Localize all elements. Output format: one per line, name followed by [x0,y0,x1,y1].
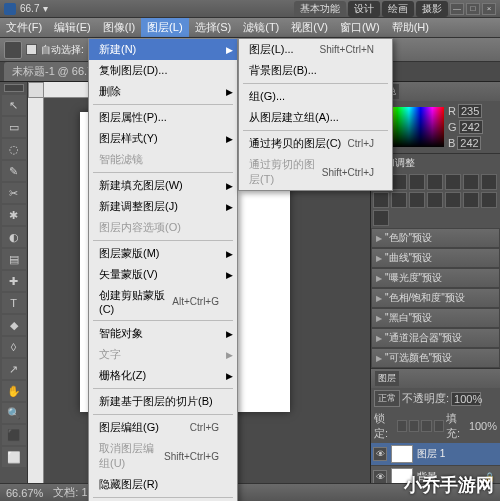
adjustment-icon[interactable] [445,192,461,208]
app-icon [4,3,16,15]
tool-button[interactable]: ✎ [2,161,26,181]
menu-item[interactable]: 新建(N)▶ [89,39,237,60]
layers-tab[interactable]: 图层 [375,371,399,386]
menu-item[interactable]: 图层样式(Y)▶ [89,128,237,149]
tool-button[interactable]: ▭ [2,117,26,137]
menu-item[interactable]: 删除▶ [89,81,237,102]
tool-button[interactable]: ◐ [2,227,26,247]
layer-thumbnail[interactable] [391,445,413,463]
workspace-tab-design[interactable]: 设计 [348,1,380,17]
adjustment-icon[interactable] [445,174,461,190]
preset-item[interactable]: ▶"曝光度"预设 [371,268,500,288]
tool-button[interactable]: T [2,293,26,313]
tool-button[interactable]: ⬜ [2,447,26,467]
blend-mode-dropdown[interactable]: 正常 [374,390,400,407]
tool-button[interactable]: ↖ [2,95,26,115]
lock-position-icon[interactable] [421,420,431,432]
menu-item[interactable]: 滤镜(T) [237,18,285,37]
tool-button[interactable]: ▤ [2,249,26,269]
tool-button[interactable]: ↗ [2,359,26,379]
menu-item[interactable]: 图层属性(P)... [89,107,237,128]
menu-item[interactable]: 图层编组(G)Ctrl+G [89,417,237,438]
adjustment-icon[interactable] [427,192,443,208]
menu-item[interactable]: 文件(F) [0,18,48,37]
b-value[interactable]: 242 [457,136,481,150]
preset-item[interactable]: ▶"通道混合器"预设 [371,328,500,348]
menu-item[interactable]: 创建剪贴蒙版(C)Alt+Ctrl+G [89,285,237,318]
menu-item[interactable]: 智能对象▶ [89,323,237,344]
menu-item[interactable]: 矢量蒙版(V)▶ [89,264,237,285]
disclosure-triangle-icon: ▶ [376,274,382,283]
lock-all-icon[interactable] [434,420,444,432]
adjustment-icon[interactable] [391,192,407,208]
workspace-tab-paint[interactable]: 绘画 [382,1,414,17]
title-sep: ▾ [43,3,48,14]
tool-button[interactable]: ✱ [2,205,26,225]
submenu-item[interactable]: 通过拷贝的图层(C)Ctrl+J [239,133,392,154]
menu-item[interactable]: 复制图层(D)... [89,60,237,81]
menu-item[interactable]: 栅格化(Z)▶ [89,365,237,386]
minimize-button[interactable]: — [450,3,464,15]
maximize-button[interactable]: □ [466,3,480,15]
adjustment-icon[interactable] [463,174,479,190]
adjustment-icon[interactable] [373,210,389,226]
adjustment-icon[interactable] [427,174,443,190]
opacity-value[interactable]: 100% [451,392,481,406]
visibility-icon[interactable]: 👁 [373,447,387,461]
adjustment-icon[interactable] [409,174,425,190]
tool-button[interactable]: ◊ [2,337,26,357]
status-zoom[interactable]: 66.67% [6,487,43,499]
submenu-item[interactable]: 从图层建立组(A)... [239,107,392,128]
close-button[interactable]: × [482,3,496,15]
tool-button[interactable]: ◌ [2,139,26,159]
r-value[interactable]: 235 [458,104,482,118]
tool-preset-icon[interactable] [4,41,22,59]
visibility-icon[interactable]: 👁 [373,470,387,484]
preset-item[interactable]: ▶"可选颜色"预设 [371,348,500,368]
adjustment-icon[interactable] [409,192,425,208]
ruler-corner [28,82,44,98]
workspace-tab-basic[interactable]: 基本功能 [294,1,346,17]
layer-name: 图层 1 [417,447,445,461]
fill-value[interactable]: 100% [469,420,497,432]
menu-item[interactable]: 编辑(E) [48,18,97,37]
menu-item[interactable]: 图层蒙版(M)▶ [89,243,237,264]
tool-button[interactable]: 🔍 [2,403,26,423]
tool-button[interactable]: ✂ [2,183,26,203]
g-value[interactable]: 242 [459,120,483,134]
tool-button[interactable]: ✚ [2,271,26,291]
tool-button[interactable]: ◆ [2,315,26,335]
menu-item[interactable]: 隐藏图层(R) [89,474,237,495]
menu-item[interactable]: 选择(S) [189,18,238,37]
menu-item[interactable]: 新建基于图层的切片(B) [89,391,237,412]
menu-item[interactable]: 帮助(H) [386,18,435,37]
preset-item[interactable]: ▶"曲线"预设 [371,248,500,268]
adjustment-icon[interactable] [481,192,497,208]
adjustment-icon[interactable] [481,174,497,190]
submenu-item[interactable]: 图层(L)...Shift+Ctrl+N [239,39,392,60]
preset-item[interactable]: ▶"色相/饱和度"预设 [371,288,500,308]
submenu-item[interactable]: 背景图层(B)... [239,60,392,81]
preset-item[interactable]: ▶"色阶"预设 [371,228,500,248]
tool-button[interactable]: ⬛ [2,425,26,445]
watermark: 小乔手游网 [404,473,494,497]
preset-item[interactable]: ▶"黑白"预设 [371,308,500,328]
menu-item[interactable]: 窗口(W) [334,18,386,37]
lock-trans-icon[interactable] [397,420,407,432]
menu-item[interactable]: 视图(V) [285,18,334,37]
menu-item: 文字▶ [89,344,237,365]
adjustment-icon[interactable] [463,192,479,208]
adjustment-icon[interactable] [373,192,389,208]
toolbox-grip[interactable] [4,84,24,92]
adjustment-icon[interactable] [391,174,407,190]
menu-item[interactable]: 图像(I) [97,18,141,37]
submenu-item[interactable]: 组(G)... [239,86,392,107]
menu-item[interactable]: 新建调整图层(J)▶ [89,196,237,217]
layer-row[interactable]: 👁图层 1 [371,443,500,466]
lock-pixels-icon[interactable] [409,420,419,432]
menu-item[interactable]: 新建填充图层(W)▶ [89,175,237,196]
workspace-tab-photo[interactable]: 摄影 [416,1,448,17]
menu-item[interactable]: 图层(L) [141,18,188,37]
auto-select-checkbox[interactable] [26,44,37,55]
tool-button[interactable]: ✋ [2,381,26,401]
